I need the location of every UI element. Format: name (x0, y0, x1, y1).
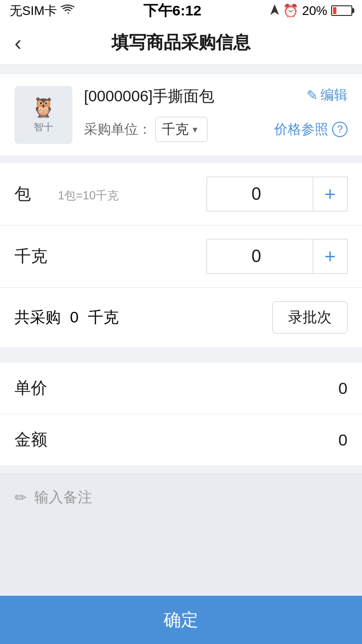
bag-input-right: + (207, 177, 348, 211)
location-icon (270, 3, 279, 18)
summary-amount: 0 (70, 308, 79, 326)
battery-percent: 20% (302, 3, 327, 18)
unit-dropdown-icon: ▾ (193, 124, 197, 135)
summary-unit: 千克 (88, 308, 119, 326)
unit-price-row: 单价 0 (0, 363, 362, 414)
svg-marker-0 (270, 4, 279, 15)
kg-input-row: 千克 + (0, 225, 362, 288)
amount-value: 0 (338, 431, 348, 449)
status-bar-left: 无SIM卡 (10, 2, 74, 19)
kg-plus-button[interactable]: + (313, 239, 348, 274)
battery-fill (333, 7, 336, 14)
unit-price-label: 单价 (14, 377, 47, 399)
note-placeholder: 输入备注 (34, 488, 92, 507)
pencil-icon: ✏ (14, 489, 27, 506)
price-ref-label: 价格参照 (274, 120, 328, 139)
edit-label: 编辑 (320, 86, 348, 104)
carrier-text: 无SIM卡 (10, 2, 57, 19)
price-info-section: 单价 0 金额 0 (0, 363, 362, 465)
bag-label-wrap: 包 1包=10千克 (14, 183, 119, 205)
kg-label: 千克 (14, 245, 53, 267)
input-section: 包 1包=10千克 + 千克 + (0, 163, 362, 288)
amount-row: 金额 0 (0, 414, 362, 465)
bag-label: 包 (14, 183, 53, 205)
alarm-icon: ⏰ (283, 3, 298, 18)
kg-label-wrap: 千克 (14, 245, 53, 267)
product-card: 🦉 智十 [0000006]手撕面包 ✎ 编辑 采购单位： 千克 ▾ (0, 74, 362, 155)
edit-icon: ✎ (306, 87, 318, 103)
kg-input-right: + (207, 239, 348, 274)
wifi-icon (61, 3, 74, 18)
bag-plus-button[interactable]: + (313, 177, 348, 211)
edit-button[interactable]: ✎ 编辑 (306, 86, 348, 104)
bag-input-row: 包 1包=10千克 + (0, 163, 362, 225)
summary-text: 共采购 0 千克 (14, 307, 119, 328)
main-content: 🦉 智十 [0000006]手撕面包 ✎ 编辑 采购单位： 千克 ▾ (0, 74, 362, 644)
price-ref-info-icon: ? (332, 122, 348, 137)
section-divider-2 (0, 347, 362, 355)
section-divider-1 (0, 155, 362, 163)
summary-prefix: 共采购 (14, 308, 61, 326)
batch-button[interactable]: 录批次 (272, 301, 348, 334)
owl-icon: 🦉 (31, 96, 56, 119)
nav-bar: ‹ 填写商品采购信息 (0, 21, 362, 65)
unit-price-value: 0 (338, 379, 348, 398)
confirm-label: 确定 (164, 608, 198, 632)
back-button[interactable]: ‹ (14, 31, 22, 55)
price-ref-button[interactable]: 价格参照 ? (274, 120, 348, 139)
note-section[interactable]: ✏ 输入备注 (0, 473, 362, 522)
confirm-button[interactable]: 确定 (0, 596, 362, 644)
product-name: [0000006]手撕面包 (84, 86, 299, 107)
status-bar: 无SIM卡 下午6:12 ⏰ 20% (0, 0, 362, 21)
summary-row: 共采购 0 千克 录批次 (0, 288, 362, 347)
unit-select[interactable]: 千克 ▾ (155, 117, 208, 142)
status-bar-time: 下午6:12 (143, 1, 201, 21)
product-image-inner: 🦉 智十 (31, 96, 56, 134)
kg-quantity-input[interactable] (207, 239, 313, 274)
product-info: [0000006]手撕面包 ✎ 编辑 采购单位： 千克 ▾ 价格参照 ? (84, 86, 348, 142)
unit-value: 千克 (162, 120, 189, 139)
battery-icon (331, 5, 352, 16)
bag-quantity-input[interactable] (207, 177, 313, 211)
unit-label: 采购单位： (84, 120, 152, 139)
page-title: 填写商品采购信息 (111, 31, 251, 55)
product-header: [0000006]手撕面包 ✎ 编辑 (84, 86, 348, 107)
unit-row: 采购单位： 千克 ▾ 价格参照 ? (84, 117, 348, 142)
status-bar-right: ⏰ 20% (270, 3, 352, 18)
bag-sublabel: 1包=10千克 (58, 188, 119, 203)
brand-label: 智十 (34, 121, 53, 134)
amount-label: 金额 (14, 429, 47, 451)
product-image: 🦉 智十 (14, 86, 72, 144)
